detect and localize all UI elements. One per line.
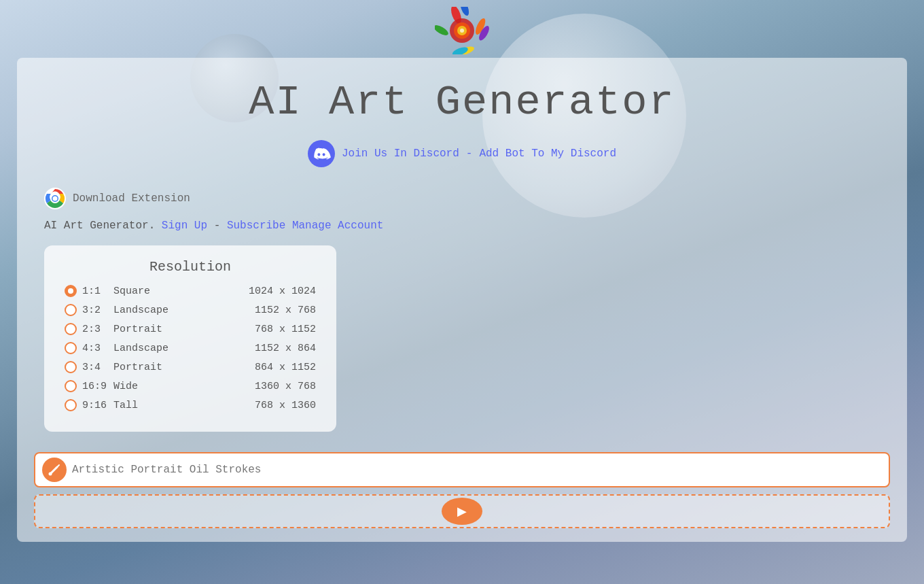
- resolution-item[interactable]: 2:3 Portrait 768 x 1152: [65, 323, 316, 335]
- res-label: Landscape: [113, 305, 181, 316]
- res-label: Tall: [113, 400, 181, 411]
- res-label: Portrait: [113, 324, 181, 335]
- res-ratio: 4:3: [82, 343, 108, 354]
- radio-1-1[interactable]: [65, 285, 77, 297]
- res-label: Wide: [113, 381, 181, 392]
- radio-2-3[interactable]: [65, 323, 77, 335]
- svg-line-18: [57, 465, 59, 467]
- account-row: AI Art Generator. Sign Up - Subscribe Ma…: [44, 220, 880, 232]
- resolution-item[interactable]: 16:9 Wide 1360 x 768: [65, 380, 316, 392]
- manage-link[interactable]: Manage Account: [292, 220, 383, 232]
- res-ratio: 3:4: [82, 362, 108, 373]
- resolution-title: Resolution: [65, 259, 316, 275]
- prompt-input[interactable]: [72, 464, 882, 476]
- generate-button[interactable]: [442, 498, 482, 525]
- res-dims: 768 x 1360: [255, 400, 316, 411]
- res-ratio: 2:3: [82, 324, 108, 335]
- svg-point-10: [460, 29, 464, 33]
- page-title: AI Art Generator: [249, 78, 675, 126]
- res-dims: 1152 x 768: [255, 305, 316, 316]
- res-dims: 768 x 1152: [255, 324, 316, 335]
- resolution-item[interactable]: 3:2 Landscape 1152 x 768: [65, 304, 316, 316]
- signup-link[interactable]: Sign Up: [162, 220, 207, 232]
- res-ratio: 9:16: [82, 400, 108, 411]
- chrome-extension-row: Download Extension: [44, 188, 880, 209]
- generate-area: [34, 494, 890, 528]
- resolution-options: 1:1 Square 1024 x 1024 3:2 Landscape 115…: [65, 285, 316, 411]
- resolution-item[interactable]: 4:3 Landscape 1152 x 864: [65, 342, 316, 354]
- chrome-icon: [44, 188, 66, 209]
- res-dims: 1152 x 864: [255, 343, 316, 354]
- resolution-item[interactable]: 9:16 Tall 768 x 1360: [65, 399, 316, 411]
- main-card: AI Art Generator Join Us In Discord - Ad…: [17, 58, 907, 542]
- res-label: Portrait: [113, 362, 181, 373]
- radio-4-3[interactable]: [65, 342, 77, 354]
- brush-button[interactable]: [42, 458, 67, 482]
- resolution-box: Resolution 1:1 Square 1024 x 1024 3:2 La…: [44, 245, 336, 432]
- chrome-extension-link[interactable]: Download Extension: [73, 192, 190, 205]
- account-text: AI Art Generator.: [44, 220, 155, 232]
- svg-point-19: [49, 473, 52, 476]
- brush-icon: [48, 463, 61, 477]
- prompt-input-wrapper: [34, 452, 890, 487]
- resolution-item[interactable]: 3:4 Portrait 864 x 1152: [65, 361, 316, 373]
- discord-separator: -: [466, 148, 473, 160]
- res-dims: 1360 x 768: [255, 381, 316, 392]
- account-sep: -: [214, 220, 227, 232]
- logo-area: [435, 7, 489, 54]
- res-label: Landscape: [113, 343, 181, 354]
- res-ratio: 3:2: [82, 305, 108, 316]
- discord-icon: [308, 140, 335, 167]
- subscribe-link[interactable]: Subscribe: [227, 220, 285, 232]
- res-dims: 1024 x 1024: [249, 286, 316, 297]
- resolution-item[interactable]: 1:1 Square 1024 x 1024: [65, 285, 316, 297]
- discord-row: Join Us In Discord - Add Bot To My Disco…: [308, 140, 616, 167]
- svg-point-3: [435, 23, 450, 37]
- add-bot-link[interactable]: Add Bot To My Discord: [479, 148, 616, 160]
- radio-16-9[interactable]: [65, 380, 77, 392]
- res-ratio: 1:1: [82, 286, 108, 297]
- main-content: AI Art Generator Join Us In Discord - Ad…: [0, 0, 924, 584]
- bottom-left-section: Download Extension AI Art Generator. Sig…: [44, 188, 880, 445]
- logo: [435, 7, 489, 54]
- radio-3-4[interactable]: [65, 361, 77, 373]
- res-label: Square: [113, 286, 181, 297]
- res-dims: 864 x 1152: [255, 362, 316, 373]
- radio-3-2[interactable]: [65, 304, 77, 316]
- join-discord-link[interactable]: Join Us In Discord: [342, 148, 459, 160]
- prompt-area: [34, 452, 890, 487]
- svg-point-16: [53, 196, 58, 201]
- res-ratio: 16:9: [82, 381, 108, 392]
- radio-9-16[interactable]: [65, 399, 77, 411]
